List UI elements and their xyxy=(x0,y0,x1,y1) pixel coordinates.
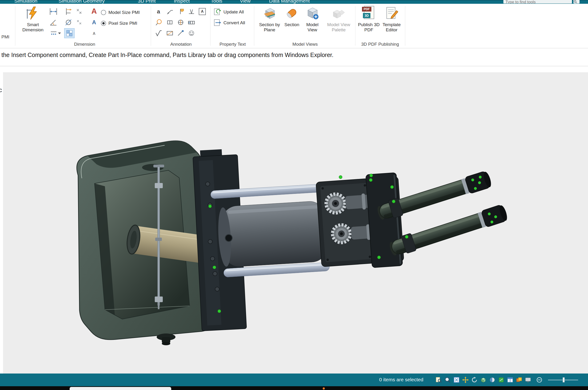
edge-condition-button[interactable] xyxy=(176,28,186,38)
common-views-icon xyxy=(480,377,487,383)
publish-3d-pdf-icon: PDF 3D xyxy=(361,6,376,21)
pan-button[interactable] xyxy=(462,376,470,384)
search-icon[interactable] xyxy=(573,0,580,3)
common-views-button[interactable] xyxy=(479,376,487,384)
tab-simulation-geometry[interactable]: Simulation Geometry xyxy=(59,0,105,4)
note-button[interactable]: a xyxy=(154,7,163,16)
balloon-button[interactable] xyxy=(176,7,186,16)
dimension-style-icon xyxy=(50,30,57,37)
center-mark-button[interactable] xyxy=(187,28,196,38)
group-separator xyxy=(405,6,405,46)
cad-model[interactable] xyxy=(3,73,588,374)
convert-all-button[interactable]: Convert All xyxy=(214,19,245,27)
template-editor-label: Template Editor xyxy=(381,22,403,33)
group-model-views: Section by Plane Section xyxy=(255,4,355,48)
zoom-area-button[interactable] xyxy=(444,376,452,384)
model-view-icon xyxy=(305,6,320,21)
view-styles-button[interactable] xyxy=(488,376,496,384)
fit-view-button[interactable] xyxy=(453,376,461,384)
pmi-copy-button[interactable] xyxy=(64,28,75,38)
publish-3d-pdf-button[interactable]: PDF 3D Publish 3D PDF xyxy=(358,6,380,33)
balloon-icon xyxy=(177,8,184,15)
dimension-style-dropdown[interactable] xyxy=(48,28,63,38)
select-options-button[interactable] xyxy=(435,376,443,384)
tab-inspect[interactable]: Inspect xyxy=(174,0,190,4)
3d-viewport[interactable] xyxy=(3,73,588,374)
threed-badge: 3D xyxy=(363,13,370,18)
tab-view[interactable]: View xyxy=(240,0,250,4)
sketch-display-button[interactable] xyxy=(497,376,505,384)
text-size-large-button[interactable]: A xyxy=(89,6,99,16)
section-by-plane-label: Section by Plane xyxy=(257,22,282,33)
update-all-icon xyxy=(214,8,222,16)
group-dimension: Smart Dimension xyxy=(18,4,151,48)
pdf-publishing-group-label: 3D PDF Publishing xyxy=(356,42,404,47)
tab-data-management[interactable]: Data Management xyxy=(269,0,310,4)
tab-simulation[interactable]: Simulation xyxy=(14,0,38,4)
distance-between-button[interactable] xyxy=(48,7,59,16)
dimension-xx-small-icon xyxy=(77,20,82,25)
text-box-button[interactable]: A xyxy=(197,7,207,16)
group-separator xyxy=(15,6,15,46)
display-options-button[interactable] xyxy=(524,376,532,384)
pmi-copy-icon xyxy=(66,30,73,37)
smart-dimension-label: Smart Dimension xyxy=(19,22,47,33)
model-view-label: Model View xyxy=(302,22,323,33)
section-by-plane-button[interactable]: Section by Plane xyxy=(257,6,282,33)
group-3d-pdf-publishing: PDF 3D Publish 3D PDF Template Editor 3D… xyxy=(356,4,404,48)
convert-all-icon xyxy=(214,19,222,27)
property-text-group-label: Property Text xyxy=(212,42,254,47)
window-layouts-icon xyxy=(507,377,513,383)
model-view-button[interactable]: Model View xyxy=(302,6,323,33)
model-view-palette-button: Model View Palette xyxy=(324,6,354,33)
leader-button[interactable] xyxy=(165,7,175,16)
surface-finish-box-button[interactable] xyxy=(165,28,175,38)
group-property-text: Update All Convert All Property Text xyxy=(212,4,254,48)
surface-texture-button[interactable] xyxy=(154,28,163,38)
weld-symbol-button[interactable] xyxy=(187,7,196,16)
find-tools-search[interactable] xyxy=(503,0,572,3)
model-size-pmi-option[interactable]: Model Size PMI xyxy=(101,10,140,15)
smart-dimension-button[interactable]: Smart Dimension xyxy=(19,6,47,33)
datum-target-button[interactable] xyxy=(176,17,186,27)
angle-between-button[interactable] xyxy=(48,17,59,27)
text-size-medium-button[interactable]: A xyxy=(89,17,99,27)
section-button[interactable]: Section xyxy=(283,6,301,27)
window-layouts-button[interactable] xyxy=(506,376,514,384)
callout-button[interactable] xyxy=(154,17,163,27)
zoom-slider-thumb[interactable] xyxy=(563,377,565,383)
symmetric-diameter-icon xyxy=(65,19,72,26)
pixel-size-pmi-option[interactable]: Pixel Size PMI xyxy=(101,21,137,26)
callout-icon xyxy=(155,19,162,26)
color-manager-button[interactable] xyxy=(515,376,523,384)
group-separator xyxy=(355,6,355,46)
zoom-out-button[interactable] xyxy=(535,376,543,384)
radio-checked-icon[interactable] xyxy=(101,21,106,26)
template-editor-button[interactable]: Template Editor xyxy=(381,6,403,33)
dimension-xx-small-button[interactable] xyxy=(75,17,84,27)
taskbar-search-pill[interactable] xyxy=(70,387,171,390)
model-views-group-label: Model Views xyxy=(255,42,355,47)
search-input[interactable] xyxy=(504,0,572,3)
tab-tools[interactable]: Tools xyxy=(211,0,222,4)
left-panel-cut-label: c xyxy=(0,87,2,94)
pan-icon xyxy=(462,377,469,383)
main-barrel[interactable] xyxy=(217,200,329,268)
publish-3d-pdf-label: Publish 3D PDF xyxy=(358,22,380,33)
update-all-button[interactable]: Update All xyxy=(214,8,244,16)
note-icon: a xyxy=(157,8,160,15)
notification-dot-icon xyxy=(323,388,325,390)
tab-3d-print[interactable]: 3D Print xyxy=(138,0,156,4)
geometric-tolerance-button[interactable] xyxy=(187,17,196,27)
pmi-cut-label[interactable]: PMI xyxy=(1,34,9,40)
rotate-view-button[interactable] xyxy=(470,376,478,384)
text-size-small-button[interactable]: A xyxy=(89,29,99,39)
dimension-xx-button[interactable] xyxy=(75,7,84,16)
symmetric-diameter-button[interactable] xyxy=(63,17,74,27)
update-all-label: Update All xyxy=(223,9,244,15)
prompt-bar: the Insert Component command, Create Par… xyxy=(0,48,588,66)
datum-frame-button[interactable] xyxy=(165,17,175,27)
titlebar: Simulation Simulation Geometry 3D Print … xyxy=(0,0,588,4)
coordinate-dimension-button[interactable] xyxy=(63,7,74,16)
radio-unchecked-icon[interactable] xyxy=(101,10,106,15)
